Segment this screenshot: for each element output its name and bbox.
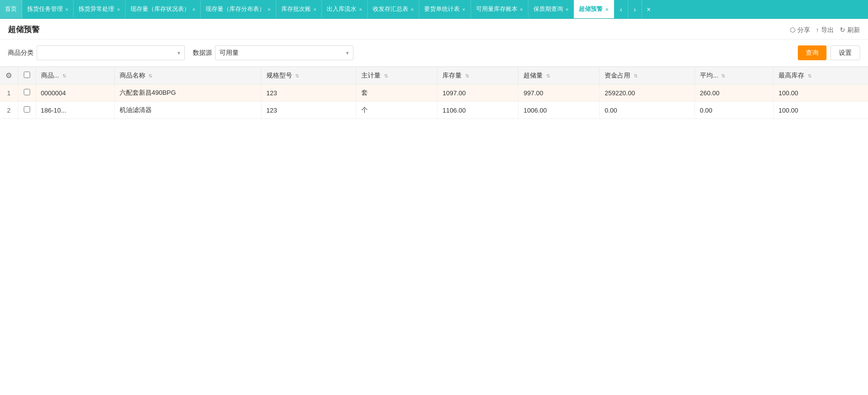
nav-tab-9[interactable]: 可用量库存账本 × xyxy=(471,0,528,19)
sort-icon-product-name: ⇅ xyxy=(148,73,152,79)
col-unit[interactable]: 主计量 ⇅ xyxy=(356,67,437,84)
table-body: 1 0000004 六配套新昌490BPG 123 套 1097.00 997.… xyxy=(0,84,868,119)
nav-next-arrow[interactable]: › xyxy=(628,0,642,19)
nav-tab-home-label: 首页 xyxy=(5,5,17,13)
col-product-code[interactable]: 商品... ⇅ xyxy=(36,67,114,84)
nav-tab-8[interactable]: 要货单统计表 × xyxy=(419,0,471,19)
col-settings: ⚙ xyxy=(0,67,18,84)
sort-icon-product-code: ⇅ xyxy=(62,73,66,79)
row-checkbox[interactable] xyxy=(24,106,30,113)
row-num: 2 xyxy=(0,102,18,119)
nav-tab-9-close[interactable]: × xyxy=(520,6,523,12)
nav-tab-2-close[interactable]: × xyxy=(117,6,120,12)
row-num: 1 xyxy=(0,84,18,102)
row-stock: 1106.00 xyxy=(437,102,519,119)
col-overstock[interactable]: 超储量 ⇅ xyxy=(519,67,600,84)
row-avg: 260.00 xyxy=(694,84,773,102)
nav-tab-home[interactable]: 首页 xyxy=(0,0,22,19)
nav-tab-6[interactable]: 出入库流水 × xyxy=(322,0,367,19)
page-header: 超储预警 ⬡ 分享 ↑ 导出 ↻ 刷新 xyxy=(0,19,868,40)
row-overstock: 997.00 xyxy=(519,84,600,102)
export-label: 导出 xyxy=(821,26,834,35)
datasource-value: 可用量 xyxy=(219,48,239,57)
sort-icon-stock: ⇅ xyxy=(465,73,469,79)
row-overstock: 1006.00 xyxy=(519,102,600,119)
nav-tab-11[interactable]: 超储预警 × xyxy=(574,0,613,19)
header-actions: ⬡ 分享 ↑ 导出 ↻ 刷新 xyxy=(790,26,861,35)
nav-tab-6-close[interactable]: × xyxy=(359,6,362,12)
col-capital[interactable]: 资金占用 ⇅ xyxy=(600,67,695,84)
nav-tab-10-close[interactable]: × xyxy=(565,6,568,12)
table-row: 1 0000004 六配套新昌490BPG 123 套 1097.00 997.… xyxy=(0,84,868,102)
filter-bar: 商品分类 ▾ 数据源 可用量 ▾ 查询 设置 xyxy=(0,40,868,67)
datasource-select[interactable]: 可用量 ▾ xyxy=(215,45,353,60)
settings-button[interactable]: 设置 xyxy=(830,45,860,60)
col-product-name[interactable]: 商品名称 ⇅ xyxy=(114,67,261,84)
row-checkbox-cell xyxy=(18,84,36,102)
table-container: ⚙ 商品... ⇅ 商品名称 ⇅ 规格型号 ⇅ xyxy=(0,67,868,119)
nav-tab-2[interactable]: 拣货异常处理 × xyxy=(74,0,125,19)
refresh-icon: ↻ xyxy=(840,26,845,34)
nav-more-arrow[interactable]: × xyxy=(642,0,655,19)
nav-tab-5[interactable]: 库存批次账 × xyxy=(276,0,322,19)
nav-tab-5-close[interactable]: × xyxy=(313,6,316,12)
share-button[interactable]: ⬡ 分享 xyxy=(790,26,810,35)
row-capital: 0.00 xyxy=(600,102,695,119)
row-capital: 259220.00 xyxy=(600,84,695,102)
nav-tab-1[interactable]: 拣货任务管理 × xyxy=(22,0,74,19)
category-select[interactable]: ▾ xyxy=(37,45,185,60)
col-checkbox xyxy=(18,67,36,84)
nav-tab-8-label: 要货单统计表 xyxy=(424,5,460,13)
select-all-checkbox[interactable] xyxy=(24,72,30,78)
nav-tab-8-close[interactable]: × xyxy=(462,6,465,12)
nav-tab-11-close[interactable]: × xyxy=(605,6,608,12)
page-content: 超储预警 ⬡ 分享 ↑ 导出 ↻ 刷新 商品分类 ▾ 数据源 xyxy=(0,19,868,395)
nav-prev-arrow[interactable]: ‹ xyxy=(614,0,628,19)
refresh-label: 刷新 xyxy=(847,26,860,35)
share-icon: ⬡ xyxy=(790,26,795,34)
sort-icon-unit: ⇅ xyxy=(384,73,388,79)
nav-tab-3-label: 现存量（库存状况表） xyxy=(130,5,190,13)
refresh-button[interactable]: ↻ 刷新 xyxy=(840,26,860,35)
row-product-code: 186-10... xyxy=(36,102,114,119)
datasource-label: 数据源 xyxy=(193,48,212,57)
nav-tab-3-close[interactable]: × xyxy=(192,6,195,12)
sort-icon-capital: ⇅ xyxy=(634,73,638,79)
row-unit: 个 xyxy=(356,102,437,119)
nav-tab-3[interactable]: 现存量（库存状况表） × xyxy=(126,0,201,19)
sort-icon-overstock: ⇅ xyxy=(546,73,550,79)
share-label: 分享 xyxy=(797,26,810,35)
gear-icon[interactable]: ⚙ xyxy=(5,71,12,79)
row-product-code: 0000004 xyxy=(36,84,114,102)
chevron-down-icon: ▾ xyxy=(177,50,180,56)
nav-tab-7-close[interactable]: × xyxy=(411,6,414,12)
nav-tab-1-close[interactable]: × xyxy=(65,6,68,12)
category-filter: 商品分类 ▾ xyxy=(8,45,185,60)
nav-tab-2-label: 拣货异常处理 xyxy=(79,5,114,13)
col-avg[interactable]: 平均... ⇅ xyxy=(694,67,773,84)
nav-tab-10-label: 保质期查询 xyxy=(533,5,563,13)
row-avg: 0.00 xyxy=(694,102,773,119)
page-title: 超储预警 xyxy=(8,25,40,35)
nav-tab-4-close[interactable]: × xyxy=(267,6,270,12)
row-max-stock: 100.00 xyxy=(774,102,868,119)
query-button[interactable]: 查询 xyxy=(798,45,826,60)
nav-tab-1-label: 拣货任务管理 xyxy=(27,5,63,13)
row-checkbox[interactable] xyxy=(24,89,30,95)
export-button[interactable]: ↑ 导出 xyxy=(816,26,834,35)
col-max-stock[interactable]: 最高库存 ⇅ xyxy=(774,67,868,84)
datasource-chevron-icon: ▾ xyxy=(346,50,349,56)
row-checkbox-cell xyxy=(18,102,36,119)
nav-tab-4[interactable]: 现存量（库存分布表） × xyxy=(201,0,276,19)
col-spec[interactable]: 规格型号 ⇅ xyxy=(261,67,356,84)
datasource-filter: 数据源 可用量 ▾ xyxy=(193,45,353,60)
nav-tab-11-label: 超储预警 xyxy=(579,5,603,13)
nav-tab-7[interactable]: 收发存汇总表 × xyxy=(368,0,419,19)
row-unit: 套 xyxy=(356,84,437,102)
nav-tab-10[interactable]: 保质期查询 × xyxy=(528,0,574,19)
row-spec: 123 xyxy=(261,102,356,119)
col-stock[interactable]: 库存量 ⇅ xyxy=(437,67,519,84)
row-product-name: 六配套新昌490BPG xyxy=(114,84,261,102)
row-spec: 123 xyxy=(261,84,356,102)
row-product-name: 机油滤清器 xyxy=(114,102,261,119)
